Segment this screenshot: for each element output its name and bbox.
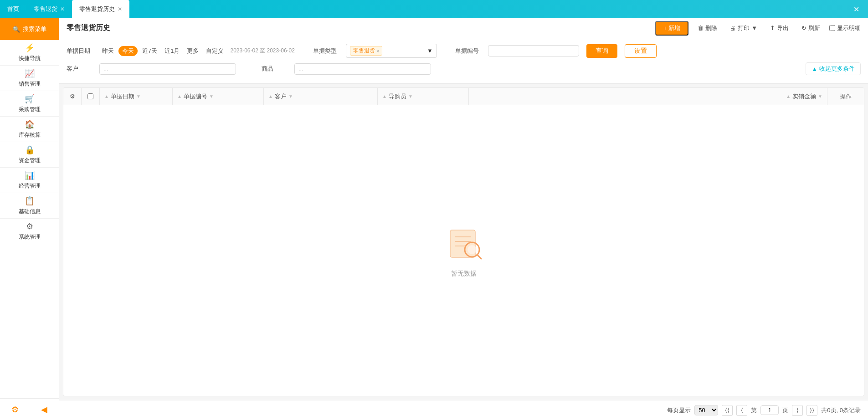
page-unit: 页 xyxy=(782,406,788,415)
goods-select[interactable]: ... xyxy=(294,63,431,75)
print-icon: 🖨 xyxy=(730,25,736,31)
top-bar-right: ✕ xyxy=(852,5,868,14)
th-settings[interactable]: ⚙ xyxy=(63,88,82,105)
page-size-label: 每页显示 xyxy=(667,406,691,415)
sort-up-icon[interactable]: ▲ xyxy=(104,94,109,99)
sidebar-item-quicknav[interactable]: ⚡ 快捷导航 xyxy=(0,40,59,66)
th-date: ▲ 单据日期 ▼ xyxy=(100,88,173,105)
collapse-sidebar-btn[interactable]: ◀ xyxy=(41,405,47,415)
sort-up-icon-5[interactable]: ▲ xyxy=(786,94,791,99)
sidebar-item-operations[interactable]: 📊 经营管理 xyxy=(0,168,59,193)
page-number-input[interactable] xyxy=(760,405,779,415)
operations-icon: 📊 xyxy=(25,170,35,180)
refresh-label: 刷新 xyxy=(808,24,820,32)
sidebar-item-finance[interactable]: 🔒 资金管理 xyxy=(0,142,59,168)
print-button[interactable]: 🖨 打印 ▼ xyxy=(726,22,761,34)
show-detail-input[interactable] xyxy=(829,25,835,31)
sort-up-icon-2[interactable]: ▲ xyxy=(177,94,182,99)
th-action-label: 操作 xyxy=(840,92,852,101)
settings-button[interactable]: 设置 xyxy=(625,44,657,58)
sidebar-item-basicinfo-label: 基础信息 xyxy=(19,208,41,215)
date-option-custom[interactable]: 自定义 xyxy=(203,46,226,56)
empty-illustration xyxy=(441,223,487,264)
sidebar-search[interactable]: 🔍 搜索菜单 xyxy=(0,18,59,40)
date-option-today[interactable]: 今天 xyxy=(118,46,138,56)
window-close-btn[interactable]: ✕ xyxy=(852,5,861,14)
tab-home[interactable]: 首页 xyxy=(0,0,26,18)
print-dropdown-icon: ▼ xyxy=(751,25,757,31)
filter-row-2: 客户 ... 商品 ... ▲ 收起更多条件 xyxy=(67,62,861,75)
quicknav-icon: ⚡ xyxy=(25,43,35,53)
date-option-yesterday[interactable]: 昨天 xyxy=(99,46,117,56)
settings-gear-icon: ⚙ xyxy=(70,93,75,100)
next-page-btn[interactable]: ⟩ xyxy=(792,405,803,416)
sort-down-icon[interactable]: ▼ xyxy=(136,94,141,99)
th-checkbox[interactable] xyxy=(82,88,100,105)
sort-up-icon-4[interactable]: ▲ xyxy=(382,94,387,99)
sidebar-item-sales[interactable]: 📈 销售管理 xyxy=(0,66,59,91)
th-guide: ▲ 导购员 ▼ xyxy=(378,88,469,105)
empty-state: 暂无数据 xyxy=(63,105,864,396)
sidebar-item-system[interactable]: ⚙ 系统管理 xyxy=(0,219,59,244)
first-page-btn[interactable]: ⟨⟨ xyxy=(722,405,733,416)
sort-down-icon-5[interactable]: ▼ xyxy=(818,94,822,99)
sidebar-item-operations-label: 经营管理 xyxy=(19,182,41,190)
date-options: 昨天 今天 近7天 近1月 更多 自定义 2023-06-02 至 2023-0… xyxy=(99,46,295,56)
prev-page-btn[interactable]: ⟨ xyxy=(736,405,747,416)
type-tag: 零售退货 × xyxy=(350,46,382,56)
collapse-button[interactable]: ▲ 收起更多条件 xyxy=(806,62,861,75)
date-filter-label: 单据日期 xyxy=(67,47,92,55)
sort-down-icon-4[interactable]: ▼ xyxy=(408,94,413,99)
page-title: 零售退货历史 xyxy=(67,23,655,33)
top-bar: 首页 零售退货 ✕ 零售退货历史 ✕ ✕ xyxy=(0,0,868,18)
inventory-icon: 🏠 xyxy=(25,119,35,129)
refresh-button[interactable]: ↻ 刷新 xyxy=(798,22,824,34)
tab-retail-return-close[interactable]: ✕ xyxy=(60,6,65,12)
date-option-1month[interactable]: 近1月 xyxy=(162,46,182,56)
customer-select[interactable]: ... xyxy=(99,63,236,75)
show-detail-checkbox[interactable]: 显示明细 xyxy=(829,24,861,32)
sidebar-item-inventory[interactable]: 🏠 库存核算 xyxy=(0,117,59,142)
sidebar-item-purchase-label: 采购管理 xyxy=(19,106,41,113)
sidebar-item-inventory-label: 库存核算 xyxy=(19,131,41,139)
sort-up-icon-3[interactable]: ▲ xyxy=(268,94,273,99)
tab-retail-return-history-close[interactable]: ✕ xyxy=(118,6,122,12)
query-button[interactable]: 查询 xyxy=(586,44,617,58)
th-no: ▲ 单据编号 ▼ xyxy=(173,88,264,105)
customer-placeholder: ... xyxy=(103,66,108,72)
sidebar-item-purchase[interactable]: 🛒 采购管理 xyxy=(0,91,59,117)
type-select[interactable]: 零售退货 × ▼ xyxy=(346,44,437,58)
type-dropdown-icon: ▼ xyxy=(427,47,433,54)
delete-button[interactable]: 🗑 删除 xyxy=(694,22,721,34)
last-page-btn[interactable]: ⟩⟩ xyxy=(806,405,817,416)
th-amount-label: 实销金额 xyxy=(792,92,816,101)
page-size-select[interactable]: 20 50 100 xyxy=(694,405,718,415)
tab-retail-return[interactable]: 零售退货 ✕ xyxy=(26,0,72,18)
voucher-input[interactable] xyxy=(488,45,579,56)
date-option-more[interactable]: 更多 xyxy=(184,46,201,56)
date-option-7days[interactable]: 近7天 xyxy=(139,46,160,56)
print-label: 打印 xyxy=(738,24,750,32)
sort-down-icon-3[interactable]: ▼ xyxy=(288,94,293,99)
select-all-checkbox[interactable] xyxy=(87,93,93,99)
delete-label: 删除 xyxy=(705,24,717,32)
th-guide-label: 导购员 xyxy=(389,92,406,101)
sort-down-icon-2[interactable]: ▼ xyxy=(209,94,214,99)
new-button[interactable]: + 新增 xyxy=(655,21,688,36)
export-label: 导出 xyxy=(777,24,789,32)
page-label: 第 xyxy=(751,406,757,415)
sidebar-item-basicinfo[interactable]: 📋 基础信息 xyxy=(0,193,59,219)
export-icon: ⬆ xyxy=(770,25,775,31)
collapse-icon: ▲ xyxy=(812,66,817,72)
customer-filter-label: 客户 xyxy=(67,65,92,73)
voucher-filter-label: 单据编号 xyxy=(455,47,481,55)
settings-bottom-btn[interactable]: ⚙ xyxy=(11,405,19,415)
tab-retail-return-history[interactable]: 零售退货历史 ✕ xyxy=(72,0,129,18)
basicinfo-icon: 📋 xyxy=(25,196,35,206)
th-no-label: 单据编号 xyxy=(184,92,207,101)
sidebar-bottom: ⚙ ◀ xyxy=(0,398,59,420)
type-tag-close[interactable]: × xyxy=(376,48,379,54)
tab-home-label: 首页 xyxy=(7,5,19,13)
export-button[interactable]: ⬆ 导出 xyxy=(766,22,792,34)
type-tag-text: 零售退货 xyxy=(353,47,375,55)
